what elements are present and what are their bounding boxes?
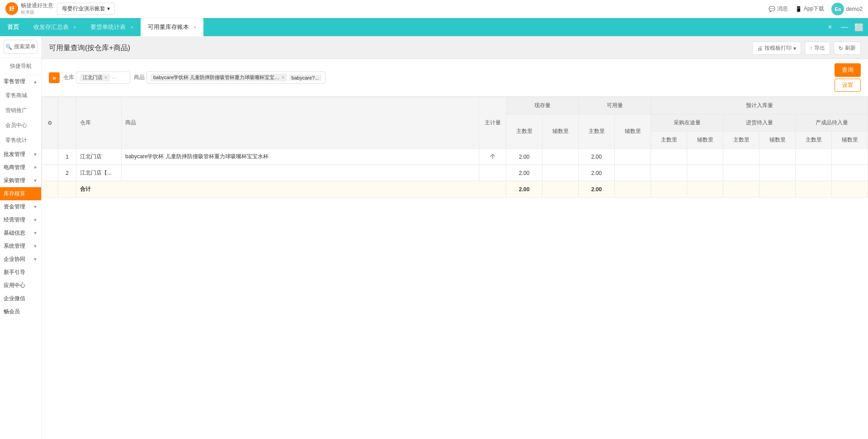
warehouse-input[interactable]: 江北门店 × ··· <box>76 71 130 84</box>
tab-receivables-label: 收发存汇总表 <box>33 23 69 31</box>
tab-purchase-stats[interactable]: 要货单统计表 × <box>83 18 140 36</box>
refresh-label: 刷新 <box>845 44 856 52</box>
row2-seq: 2 <box>58 165 76 181</box>
user-menu[interactable]: Ea demo2 <box>831 3 863 15</box>
row2-warehouse: 江北门店【... <box>76 165 122 181</box>
sidebar-section-app-center[interactable]: 应用中心 <box>0 279 41 292</box>
sidebar-operations-label: 经营管理 <box>4 216 25 224</box>
row1-purchase-main <box>651 149 687 165</box>
sidebar-section-vip[interactable]: 畅会员 <box>0 305 41 318</box>
row1-production-aux <box>832 149 868 165</box>
print-chevron-icon: ▾ <box>793 45 796 52</box>
row2-incoming-main <box>723 165 760 181</box>
refresh-btn[interactable]: ↻ 刷新 <box>834 42 861 55</box>
th-warehouse: 仓库 <box>76 97 122 149</box>
query-actions: 查询 设置 <box>835 63 861 92</box>
th-production-aux: 辅数里 <box>832 132 868 149</box>
maximize-btn[interactable]: ⬜ <box>854 22 864 33</box>
row1-unit: 个 <box>479 149 506 165</box>
print-icon: 🖨 <box>757 45 763 52</box>
sidebar-app-center-label: 应用中心 <box>4 282 25 289</box>
sidebar-section-operations[interactable]: 经营管理 ▼ <box>0 213 41 227</box>
app-icon: 📱 <box>795 6 802 12</box>
product-tag-2-value: babycare?... <box>292 75 319 80</box>
sidebar-system-label: 系统管理 <box>4 242 25 250</box>
sidebar-inventory-label: 库存核算 <box>4 190 25 198</box>
page-header-actions: 🖨 按模板打印 ▾ ↑ 导出 ↻ 刷新 <box>752 42 861 55</box>
row2-settings <box>42 165 58 181</box>
summary-label: 合计 <box>76 181 506 198</box>
warehouse-tag-close[interactable]: × <box>104 75 107 80</box>
sidebar-item-member-center[interactable]: 会员中心 <box>0 118 41 133</box>
sidebar-collab-arrow: ▼ <box>33 257 38 262</box>
sidebar-section-wholesale[interactable]: 批发管理 ▼ <box>0 148 41 161</box>
th-production-group: 产成品待入量 <box>796 114 868 132</box>
app-download-btn[interactable]: 📱 App下载 <box>795 5 824 13</box>
th-forecast-group: 预计入库量 <box>651 97 868 114</box>
minimize-btn[interactable]: — <box>839 22 850 33</box>
sidebar-section-newcomer[interactable]: 新手引导 <box>0 266 41 279</box>
summary-purchase-aux <box>687 181 723 198</box>
tab-purchase-stats-close[interactable]: × <box>130 24 133 30</box>
tab-home-label: 首页 <box>7 23 19 31</box>
message-icon: 💬 <box>769 6 775 12</box>
warehouse-tag: 江北门店 × <box>80 74 110 81</box>
sidebar-section-finance[interactable]: 资金管理 ▼ <box>0 200 41 213</box>
industry-selector[interactable]: 母婴行业演示账套 ▾ <box>57 3 115 15</box>
search-icon: 🔍 <box>5 44 12 50</box>
row2-purchase-main <box>651 165 687 181</box>
th-settings[interactable]: ⚙ <box>42 97 58 149</box>
row1-available-aux <box>615 149 651 165</box>
sidebar-item-quick-nav[interactable]: 快捷导航 <box>0 58 41 75</box>
summary-stock-main: 2.00 <box>506 181 542 198</box>
sidebar-section-purchase[interactable]: 采购管理 ▼ <box>0 174 41 187</box>
main-layout: 🔍 搜索菜单 快捷导航 零售管理 ▲ 零售商城 营销推广 会员中心 零售统计 批… <box>0 36 868 439</box>
sidebar-retail-arrow: ▲ <box>33 79 38 84</box>
message-label: 消息 <box>777 5 788 13</box>
filter-toggle-btn[interactable]: » <box>49 72 60 83</box>
sidebar-section-inventory[interactable]: 库存核算 <box>0 187 41 200</box>
template-print-btn[interactable]: 🖨 按模板打印 ▾ <box>752 42 801 55</box>
message-btn[interactable]: 💬 消息 <box>769 5 788 13</box>
tab-home[interactable]: 首页 <box>0 18 26 36</box>
export-label: 导出 <box>814 44 825 52</box>
export-btn[interactable]: ↑ 导出 <box>805 42 830 55</box>
sidebar-ecommerce-arrow: ▼ <box>33 165 38 170</box>
sidebar-section-collab[interactable]: 企业协同 ▼ <box>0 253 41 266</box>
tab-receivables[interactable]: 收发存汇总表 × <box>26 18 83 36</box>
sidebar-section-system[interactable]: 系统管理 ▼ <box>0 240 41 253</box>
th-incoming-aux: 辅数里 <box>760 132 796 149</box>
tab-available-stock-close[interactable]: × <box>193 24 196 30</box>
product-tag-1-close[interactable]: × <box>282 75 284 80</box>
sidebar-item-retail-stats[interactable]: 零售统计 <box>0 133 41 148</box>
settings-btn[interactable]: 设置 <box>835 79 861 92</box>
query-btn[interactable]: 查询 <box>835 63 861 77</box>
product-input[interactable]: babycare学饮杯 儿童防摔防撞吸管杯重力球吸嘴杯宝宝水杯 × babyca… <box>146 71 326 84</box>
row1-available-main: 2.00 <box>579 149 615 165</box>
product-tag-1: babycare学饮杯 儿童防摔防撞吸管杯重力球吸嘴杯宝宝水杯 × <box>151 74 287 81</box>
tab-bar: 首页 收发存汇总表 × 要货单统计表 × 可用量库存账本 × × — ⬜ <box>0 18 868 36</box>
sidebar-item-retail-mall[interactable]: 零售商城 <box>0 88 41 103</box>
sidebar-section-basic-info[interactable]: 基础信息 ▼ <box>0 227 41 240</box>
row1-stock-aux <box>542 149 579 165</box>
sidebar-search-area: 🔍 搜索菜单 <box>0 36 41 58</box>
th-unit: 主计量 <box>479 97 506 149</box>
app-label: App下载 <box>804 5 824 13</box>
sidebar-item-marketing[interactable]: 营销推广 <box>0 103 41 118</box>
summary-production-main <box>796 181 832 198</box>
search-menu-btn[interactable]: 🔍 搜索菜单 <box>4 40 38 54</box>
table-row: 1 江北门店 babycare学饮杯 儿童防摔防撞吸管杯重力球吸嘴杯宝宝水杯 个… <box>42 149 868 165</box>
tab-receivables-close[interactable]: × <box>73 24 76 30</box>
sidebar-section-enterprise-wechat[interactable]: 企业微信 <box>0 292 41 305</box>
data-table: ⚙ 仓库 商品 主计量 现存量 可用量 预计入库量 主数里 辅数里 主数里 辅数… <box>42 97 868 198</box>
sidebar-section-retail[interactable]: 零售管理 ▲ <box>0 75 41 88</box>
summary-purchase-main <box>651 181 687 198</box>
avatar: Ea <box>831 3 844 15</box>
close-all-tabs-btn[interactable]: × <box>825 22 835 33</box>
tab-available-stock[interactable]: 可用量库存账本 × <box>141 18 203 36</box>
table-row: 2 江北门店【... 2.00 2.00 <box>42 165 868 181</box>
row2-production-main <box>796 165 832 181</box>
summary-stock-aux <box>542 181 579 198</box>
sidebar-section-ecommerce[interactable]: 电商管理 ▼ <box>0 161 41 174</box>
brand-sub: 标准版 <box>21 9 53 15</box>
